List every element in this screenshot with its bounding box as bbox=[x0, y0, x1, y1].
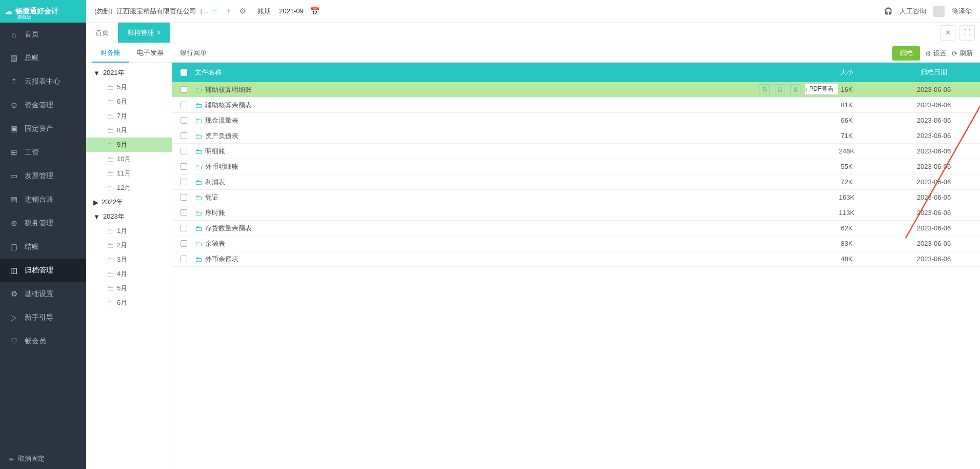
tab-close-all-button[interactable]: ✕ bbox=[940, 25, 955, 41]
tree-month[interactable]: 🗀9月 bbox=[86, 138, 172, 152]
row-checkbox[interactable] bbox=[181, 102, 187, 108]
export-img-icon[interactable]: ⌼ bbox=[775, 84, 785, 94]
file-date: 2023-06-06 bbox=[888, 255, 980, 263]
file-size: 71K bbox=[806, 132, 888, 140]
tab[interactable]: 归档管理× bbox=[118, 23, 170, 43]
row-checkbox[interactable] bbox=[181, 179, 187, 185]
tree-month[interactable]: 🗀5月 bbox=[86, 80, 172, 94]
tree-month[interactable]: 🗀2月 bbox=[86, 238, 172, 252]
table-row[interactable]: 🗀序时账 113K 2023-06-06 ⎘ ⌼ ⎙ PDF查看 bbox=[172, 205, 980, 221]
tree-month[interactable]: 🗀5月 bbox=[86, 281, 172, 296]
plus-icon[interactable]: ＋ bbox=[225, 6, 233, 16]
tree-month[interactable]: 🗀3月 bbox=[86, 252, 172, 267]
table-row[interactable]: 🗀外币明细账 55K 2023-06-06 ⎘ ⌼ ⎙ PDF查看 bbox=[172, 159, 980, 174]
close-icon[interactable]: × bbox=[157, 29, 161, 36]
table-row[interactable]: 🗀外币余额表 48K 2023-06-06 ⎘ ⌼ ⎙ PDF查看 bbox=[172, 251, 980, 267]
sidebar-item[interactable]: ⊞工资 bbox=[0, 141, 86, 164]
row-checkbox[interactable] bbox=[181, 256, 187, 262]
tree-month[interactable]: 🗀12月 bbox=[86, 181, 172, 195]
sidebar-item[interactable]: ▤总账 bbox=[0, 46, 86, 70]
tree-month[interactable]: 🗀10月 bbox=[86, 152, 172, 166]
sidebar-item[interactable]: ⌂首页 bbox=[0, 23, 86, 46]
row-checkbox[interactable] bbox=[181, 209, 187, 216]
row-checkbox[interactable] bbox=[181, 148, 187, 154]
file-icon: 🗀 bbox=[195, 224, 202, 232]
tree-month[interactable]: 🗀6月 bbox=[86, 94, 172, 109]
nav-icon: ♡ bbox=[9, 337, 18, 346]
sidebar-item[interactable]: ▷新手引导 bbox=[0, 306, 86, 329]
sidebar-item[interactable]: ▢结账 bbox=[0, 235, 86, 259]
period-value[interactable]: 2021-09 bbox=[279, 7, 304, 15]
table-row[interactable]: 🗀明细账 246K 2023-06-06 ⎘ ⌼ ⎙ PDF查看 bbox=[172, 144, 980, 159]
refresh-button[interactable]: ⟳ 刷新 bbox=[952, 49, 973, 58]
avatar[interactable] bbox=[933, 6, 945, 17]
sidebar-item[interactable]: ⚙基础设置 bbox=[0, 282, 86, 306]
row-checkbox[interactable] bbox=[181, 225, 187, 231]
row-checkbox[interactable] bbox=[181, 163, 187, 170]
table-row[interactable]: 🗀存货数量余额表 62K 2023-06-06 ⎘ ⌼ ⎙ PDF查看 bbox=[172, 221, 980, 236]
sidebar-item[interactable]: ▤进销台账 bbox=[0, 188, 86, 211]
file-date: 2023-06-06 bbox=[888, 209, 980, 217]
sidebar-item[interactable]: ♡畅会员 bbox=[0, 329, 86, 353]
select-all-checkbox[interactable] bbox=[181, 69, 187, 76]
file-date: 2023-06-06 bbox=[888, 147, 980, 155]
tab[interactable]: 首页 bbox=[86, 23, 118, 43]
sidebar-item[interactable]: ⇡云报表中心 bbox=[0, 70, 86, 93]
settings-button[interactable]: ⚙ 设置 bbox=[925, 49, 947, 58]
row-checkbox[interactable] bbox=[181, 86, 187, 93]
nav-label: 基础设置 bbox=[25, 289, 53, 299]
export-txt-icon[interactable]: ⎘ bbox=[759, 84, 770, 94]
tree-year[interactable]: ▼2023年 bbox=[86, 209, 172, 224]
pdf-view-icon[interactable]: ⎙ bbox=[790, 84, 801, 94]
table-row[interactable]: 🗀余额表 83K 2023-06-06 ⎘ ⌼ ⎙ PDF查看 bbox=[172, 236, 980, 251]
tree-month[interactable]: 🗀11月 bbox=[86, 166, 172, 181]
sidebar-unpin[interactable]: ⇤ 取消固定 bbox=[0, 448, 86, 469]
table-row[interactable]: 🗀现金流量表 66K 2023-06-06 ⎘ ⌼ ⎙ PDF查看 bbox=[172, 113, 980, 128]
row-checkbox[interactable] bbox=[181, 194, 187, 201]
sidebar-item[interactable]: ▣固定资产 bbox=[0, 117, 86, 141]
nav-icon: ⌂ bbox=[9, 30, 18, 39]
row-checkbox[interactable] bbox=[181, 240, 187, 247]
sidebar-item[interactable]: ▭发票管理 bbox=[0, 164, 86, 188]
file-size: 163K bbox=[806, 193, 888, 201]
tree-month[interactable]: 🗀4月 bbox=[86, 267, 172, 281]
subtab[interactable]: 财务账 bbox=[92, 44, 129, 63]
file-name: 外币明细账 bbox=[205, 162, 238, 171]
file-icon: 🗀 bbox=[195, 255, 202, 263]
nav-label: 税务管理 bbox=[25, 219, 53, 228]
sidebar-item[interactable]: ◫归档管理 bbox=[0, 259, 86, 282]
file-size: 62K bbox=[806, 224, 888, 232]
tree-month[interactable]: 🗀8月 bbox=[86, 123, 172, 138]
fullscreen-button[interactable]: ⛶ bbox=[959, 25, 975, 41]
table-row[interactable]: 🗀凭证 163K 2023-06-06 ⎘ ⌼ ⎙ PDF查看 bbox=[172, 190, 980, 205]
consult-link[interactable]: 人工咨询 bbox=[899, 7, 926, 16]
table-row[interactable]: 🗀利润表 72K 2023-06-06 ⎘ ⌼ ⎙ PDF查看 bbox=[172, 174, 980, 190]
table-row[interactable]: 🗀资产负债表 71K 2023-06-06 ⎘ ⌼ ⎙ PDF查看 bbox=[172, 128, 980, 144]
table-row[interactable]: 🗀辅助核算明细账 16K 2023-06-06 ⎘ ⌼ ⎙ PDF查看 bbox=[172, 82, 980, 97]
tree-year[interactable]: ▼2021年 bbox=[86, 66, 172, 80]
tree-month[interactable]: 🗀1月 bbox=[86, 224, 172, 238]
month-label: 11月 bbox=[117, 169, 131, 178]
table-header: 文件名称 大小 归档日期 bbox=[172, 63, 980, 82]
tree-month[interactable]: 🗀7月 bbox=[86, 109, 172, 123]
tree-year[interactable]: ▶2022年 bbox=[86, 195, 172, 209]
sidebar-item[interactable]: ⊛税务管理 bbox=[0, 211, 86, 235]
tree-month[interactable]: 🗀6月 bbox=[86, 296, 172, 310]
gear-icon[interactable]: ⚙ bbox=[239, 6, 246, 16]
user-name[interactable]: 徐泽华 bbox=[952, 7, 972, 16]
refresh-label: 刷新 bbox=[959, 49, 973, 58]
table-row[interactable]: 🗀辅助核算余额表 81K 2023-06-06 ⎘ ⌼ ⎙ PDF查看 bbox=[172, 97, 980, 113]
row-checkbox[interactable] bbox=[181, 117, 187, 124]
row-checkbox[interactable] bbox=[181, 132, 187, 139]
subtab[interactable]: 银行回单 bbox=[172, 44, 215, 63]
tab-label: 首页 bbox=[95, 28, 109, 37]
sidebar-item[interactable]: ⊙资金管理 bbox=[0, 93, 86, 117]
nav-label: 首页 bbox=[25, 30, 39, 39]
topbar: (勿删）江西服宝精品有限责任公司（... ﹀ ＋ ⚙ 账期 2021-09 📅 … bbox=[86, 0, 980, 23]
calendar-icon[interactable]: 📅 bbox=[310, 6, 320, 16]
folder-icon: 🗀 bbox=[107, 241, 114, 249]
archive-button[interactable]: 归档 bbox=[892, 46, 920, 61]
company-selector[interactable]: (勿删）江西服宝精品有限责任公司（... ﹀ bbox=[94, 7, 218, 16]
settings-label: 设置 bbox=[933, 49, 947, 58]
subtab[interactable]: 电子发票 bbox=[129, 44, 172, 63]
